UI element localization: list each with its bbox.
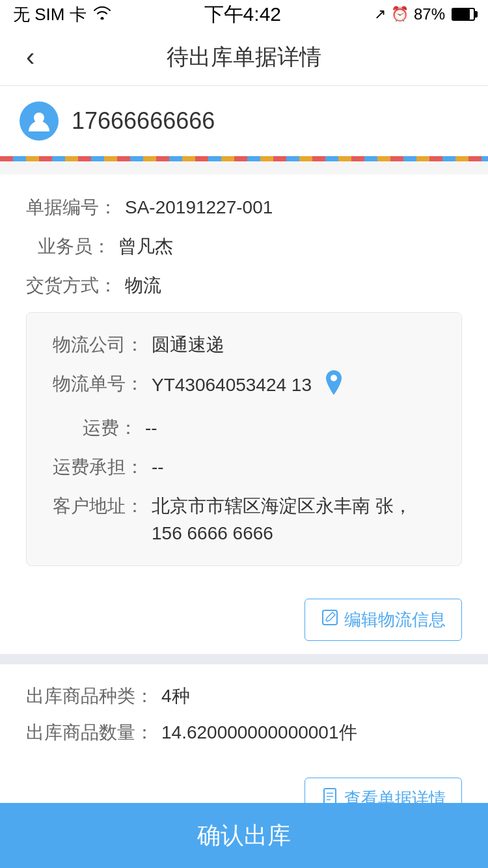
freight-bearer-value: -- xyxy=(152,454,435,481)
document-number-row: 单据编号： SA-20191227-001 xyxy=(26,194,462,221)
status-left: 无 SIM 卡 xyxy=(13,3,111,26)
page-title: 待出库单据详情 xyxy=(167,42,321,72)
document-number-value: SA-20191227-001 xyxy=(125,194,462,221)
delivery-method-label: 交货方式： xyxy=(26,272,117,299)
address-label: 客户地址： xyxy=(53,493,144,520)
delivery-method-row: 交货方式： 物流 xyxy=(26,272,462,299)
goods-types-label: 出库商品种类： xyxy=(26,684,154,709)
wifi-icon xyxy=(93,5,111,23)
svg-point-1 xyxy=(331,375,337,381)
sales-rep-label: 业务员： xyxy=(26,233,111,260)
status-bar: 无 SIM 卡 下午4:42 ↗ ⏰ 87% xyxy=(0,0,488,29)
status-right: ↗ ⏰ 87% xyxy=(374,5,475,23)
goods-types-value: 4种 xyxy=(161,684,190,709)
logistics-company-value: 圆通速递 xyxy=(152,331,435,359)
customer-header: 17666666666 xyxy=(0,86,488,156)
battery-icon xyxy=(452,8,475,21)
logistics-company-row: 物流公司： 圆通速递 xyxy=(53,331,435,359)
address-row: 客户地址： 北京市市辖区海淀区永丰南 张，156 6666 6666 xyxy=(53,493,435,547)
edit-logistics-label: 编辑物流信息 xyxy=(344,608,446,631)
battery-label: 87% xyxy=(414,5,445,23)
address-value: 北京市市辖区海淀区永丰南 张，156 6666 6666 xyxy=(152,493,435,547)
freight-value: -- xyxy=(145,414,435,442)
confirm-bar: 确认出库 xyxy=(0,803,488,868)
status-time: 下午4:42 xyxy=(204,1,281,28)
goods-card: 出库商品种类： 4种 出库商品数量： 14.620000000000001件 xyxy=(0,664,488,765)
tracking-number-label: 物流单号： xyxy=(53,370,144,398)
content: 17666666666 单据编号： SA-20191227-001 业务员： 曾… xyxy=(0,86,488,868)
logistics-company-label: 物流公司： xyxy=(53,331,144,359)
back-button[interactable]: ‹ xyxy=(20,36,41,78)
tracking-number-row: 物流单号： YT43064053424 13 xyxy=(53,370,435,403)
freight-row: 运费： -- xyxy=(53,414,435,442)
freight-bearer-label: 运费承担： xyxy=(53,454,144,481)
avatar xyxy=(20,102,59,141)
section-separator xyxy=(0,654,488,664)
sales-rep-row: 业务员： 曾凡杰 xyxy=(26,233,462,260)
goods-quantity-value: 14.620000000000001件 xyxy=(161,720,357,745)
confirm-button[interactable]: 确认出库 xyxy=(197,820,291,852)
logistics-box: 物流公司： 圆通速递 物流单号： YT43064053424 13 运费： xyxy=(26,312,462,566)
document-info-card: 单据编号： SA-20191227-001 业务员： 曾凡杰 交货方式： 物流 … xyxy=(0,174,488,586)
tracking-number-value: YT43064053424 13 xyxy=(152,370,435,403)
edit-icon xyxy=(321,608,339,631)
nav-bar: ‹ 待出库单据详情 xyxy=(0,29,488,86)
alarm-icon: ⏰ xyxy=(391,6,409,23)
goods-quantity-label: 出库商品数量： xyxy=(26,720,154,745)
edit-action-row: 编辑物流信息 xyxy=(0,586,488,654)
customer-phone: 17666666666 xyxy=(72,107,215,135)
delivery-method-value: 物流 xyxy=(125,272,462,299)
dashed-divider xyxy=(0,156,488,161)
carrier-label: 无 SIM 卡 xyxy=(13,3,87,26)
sales-rep-value: 曾凡杰 xyxy=(118,233,462,260)
freight-label: 运费： xyxy=(53,414,137,442)
freight-bearer-row: 运费承担： -- xyxy=(53,454,435,481)
location-status-icon: ↗ xyxy=(374,6,386,23)
edit-logistics-button[interactable]: 编辑物流信息 xyxy=(305,599,462,641)
goods-types-row: 出库商品种类： 4种 xyxy=(26,684,462,709)
location-pin-icon[interactable] xyxy=(323,370,344,403)
goods-quantity-row: 出库商品数量： 14.620000000000001件 xyxy=(26,720,462,745)
document-number-label: 单据编号： xyxy=(26,194,117,221)
svg-rect-2 xyxy=(323,610,337,625)
